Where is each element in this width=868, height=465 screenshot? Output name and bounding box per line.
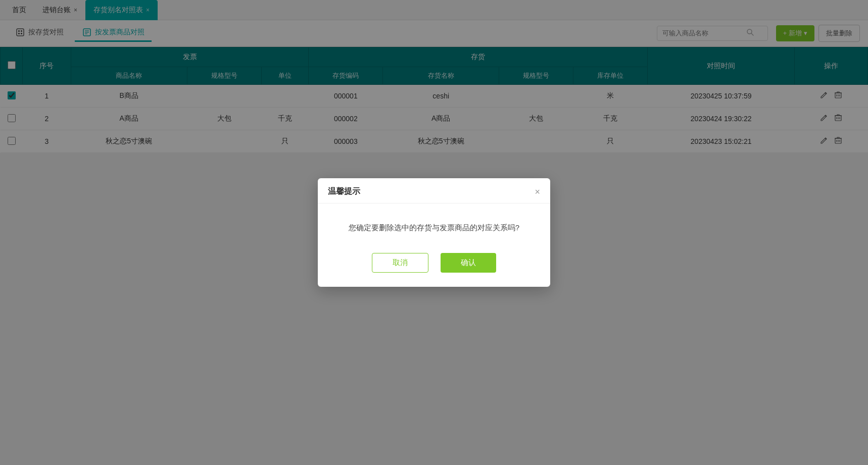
modal-overlay: 温馨提示 × 您确定要删除选中的存货与发票商品的对应关系吗? 取消 确认 (0, 0, 868, 465)
dialog-title: 温馨提示 (328, 186, 360, 197)
confirm-button[interactable]: 确认 (441, 253, 496, 273)
dialog-header: 温馨提示 × (318, 178, 550, 203)
confirm-dialog: 温馨提示 × 您确定要删除选中的存货与发票商品的对应关系吗? 取消 确认 (318, 178, 550, 287)
dialog-close-button[interactable]: × (535, 187, 540, 196)
cancel-button[interactable]: 取消 (372, 253, 428, 273)
dialog-footer: 取消 确认 (318, 248, 550, 287)
dialog-body: 您确定要删除选中的存货与发票商品的对应关系吗? (318, 203, 550, 248)
dialog-message: 您确定要删除选中的存货与发票商品的对应关系吗? (349, 223, 519, 232)
